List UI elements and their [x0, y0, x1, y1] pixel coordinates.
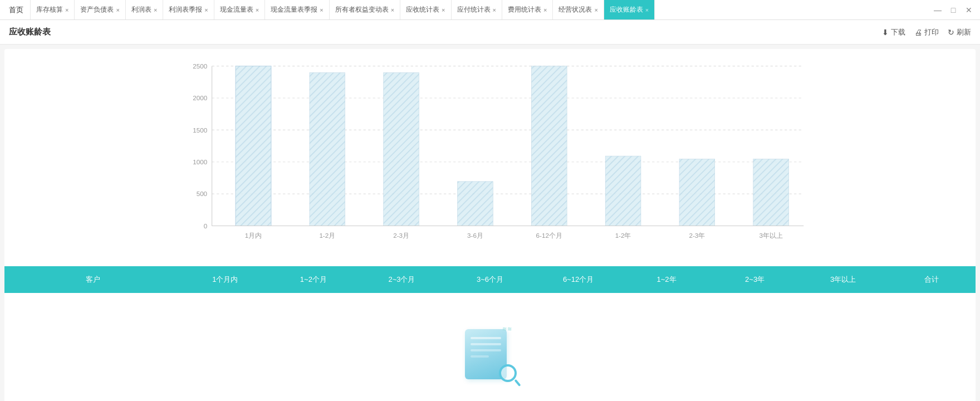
col-header-total: 合计 [887, 275, 976, 285]
close-window-button[interactable]: ✕ [962, 3, 976, 17]
close-ar-aging-icon[interactable]: × [645, 7, 649, 13]
doc-line-2 [471, 343, 501, 345]
empty-illustration: ≋≋ [462, 326, 518, 388]
close-cashflow-icon[interactable]: × [256, 7, 259, 13]
svg-text:2-3年: 2-3年 [689, 232, 705, 239]
print-icon: 🖨 [914, 28, 922, 37]
svg-rect-16 [458, 182, 493, 226]
close-inventory-icon[interactable]: × [65, 7, 68, 13]
col-header-3y-plus: 3年以上 [799, 275, 888, 285]
doc-line-4 [471, 355, 489, 358]
tab-inventory[interactable]: 库存核算 × [31, 0, 75, 20]
close-cashflow-q-icon[interactable]: × [320, 7, 323, 13]
close-profit-q-icon[interactable]: × [204, 7, 208, 13]
tab-expense[interactable]: 费用统计表 × [502, 0, 553, 20]
svg-text:1000: 1000 [193, 158, 207, 165]
svg-rect-20 [753, 159, 789, 226]
svg-rect-18 [605, 156, 641, 226]
header-actions: ⬇ 下载 🖨 打印 ↻ 刷新 [882, 27, 971, 37]
tab-ar-stat[interactable]: 应收统计表 × [400, 0, 451, 20]
table-header: 客户 1个月内 1~2个月 2~3个月 3~6个月 6~12个月 1~2年 2~… [4, 266, 976, 293]
doc-line-3 [471, 349, 501, 351]
page-header: 应收账龄表 ⬇ 下载 🖨 打印 ↻ 刷新 [0, 20, 980, 45]
svg-rect-13 [236, 66, 271, 226]
tab-profit-q[interactable]: 利润表季报 × [163, 0, 214, 20]
tab-cashflow-q[interactable]: 现金流量表季报 × [265, 0, 329, 20]
close-operation-icon[interactable]: × [594, 7, 597, 13]
svg-text:2000: 2000 [193, 94, 207, 101]
col-header-1-2y: 1~2年 [623, 275, 711, 285]
svg-text:1500: 1500 [193, 126, 207, 134]
print-button[interactable]: 🖨 打印 [914, 27, 939, 37]
minimize-button[interactable]: — [931, 3, 944, 17]
download-icon: ⬇ [882, 28, 889, 37]
col-header-6-12m: 6~12个月 [534, 275, 623, 285]
svg-text:1-2年: 1-2年 [615, 232, 631, 239]
close-ar-stat-icon[interactable]: × [442, 7, 445, 13]
svg-rect-19 [679, 159, 715, 226]
close-profit-icon[interactable]: × [154, 7, 157, 13]
svg-text:3-6月: 3-6月 [467, 232, 483, 239]
window-controls: — □ ✕ [931, 3, 978, 17]
refresh-button[interactable]: ↻ 刷新 [948, 27, 971, 37]
chart-area: 0 500 1000 1500 2000 2500 [4, 49, 976, 266]
doc-line-1 [471, 337, 501, 339]
svg-text:3年以上: 3年以上 [759, 232, 783, 239]
svg-text:1-2月: 1-2月 [319, 232, 335, 239]
doc-decoration: ≋≋ [502, 326, 512, 332]
tab-home[interactable]: 首页 [2, 0, 31, 20]
tab-cashflow[interactable]: 现金流量表 × [214, 0, 265, 20]
empty-state: ≋≋ [4, 293, 976, 401]
download-button[interactable]: ⬇ 下载 [882, 27, 905, 37]
col-header-2-3y: 2~3年 [710, 275, 799, 285]
tab-ap-stat[interactable]: 应付统计表 × [452, 0, 502, 20]
doc-lines [471, 337, 501, 358]
col-header-customer: 客户 [4, 275, 181, 285]
close-balance-icon[interactable]: × [116, 7, 119, 13]
svg-rect-14 [310, 72, 345, 226]
svg-rect-17 [531, 66, 567, 226]
tab-ar-aging[interactable]: 应收账龄表 × [604, 0, 655, 20]
col-header-2-3m: 2~3个月 [357, 275, 446, 285]
svg-text:6-12个月: 6-12个月 [536, 232, 562, 239]
magnify-handle [514, 379, 521, 387]
bar-chart: 0 500 1000 1500 2000 2500 [21, 60, 959, 250]
tab-equity[interactable]: 所有者权益变动表 × [330, 0, 400, 20]
col-header-3-6m: 3~6个月 [446, 275, 535, 285]
col-header-1m: 1个月内 [181, 275, 270, 285]
main-content: 0 500 1000 1500 2000 2500 [4, 49, 976, 401]
tab-bar: 首页 库存核算 × 资产负债表 × 利润表 × 利润表季报 × 现金流量表 × … [0, 0, 980, 20]
svg-text:2-3月: 2-3月 [393, 232, 409, 239]
col-header-1-2m: 1~2个月 [270, 275, 358, 285]
svg-text:0: 0 [204, 222, 208, 229]
refresh-icon: ↻ [948, 28, 954, 37]
close-ap-stat-icon[interactable]: × [493, 7, 496, 13]
close-equity-icon[interactable]: × [391, 7, 394, 13]
svg-text:2500: 2500 [193, 62, 207, 70]
svg-rect-15 [384, 72, 419, 226]
magnify-circle [499, 364, 517, 382]
svg-text:1月内: 1月内 [245, 232, 262, 239]
close-expense-icon[interactable]: × [543, 7, 547, 13]
tab-balance[interactable]: 资产负债表 × [75, 0, 125, 20]
maximize-button[interactable]: □ [947, 3, 960, 17]
svg-text:500: 500 [197, 190, 208, 197]
page-title: 应收账龄表 [9, 27, 51, 37]
tab-profit[interactable]: 利润表 × [126, 0, 163, 20]
tab-operation[interactable]: 经营状况表 × [553, 0, 604, 20]
